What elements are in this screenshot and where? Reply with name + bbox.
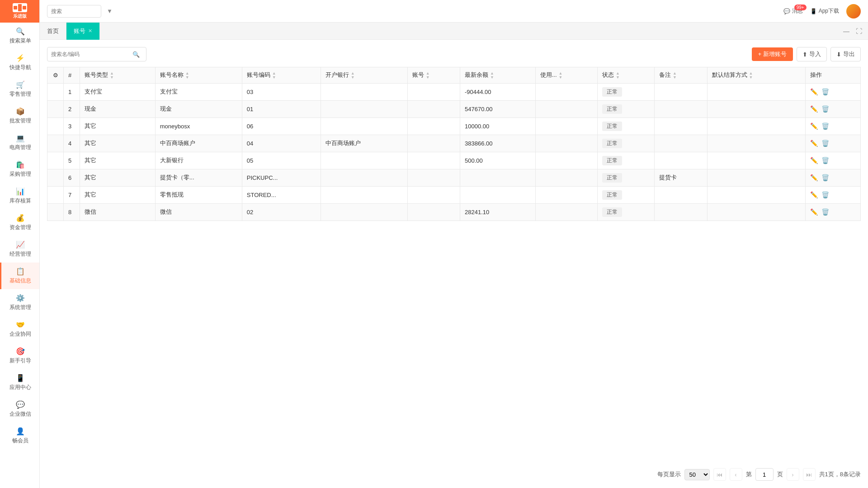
row-default-settlement (707, 186, 805, 203)
tab-close-icon[interactable]: ✕ (88, 28, 92, 34)
next-page-button[interactable]: › (787, 468, 799, 481)
add-account-button[interactable]: + 新增账号 (752, 47, 793, 61)
sidebar-item-quick-nav[interactable]: ⚡ 快捷导航 (0, 49, 39, 76)
main-area: ▼ 💬 消息 99+ 📱 App下载 首页 账号 ✕ — ⛶ (40, 0, 868, 488)
col-account-name[interactable]: 账号名称▲▼ (155, 67, 242, 84)
col-account-code[interactable]: 账号编码▲▼ (242, 67, 321, 84)
user-avatar[interactable] (846, 4, 861, 19)
edit-icon[interactable]: ✏️ (810, 208, 818, 216)
page-number-input[interactable] (755, 468, 774, 481)
dropdown-icon[interactable]: ▼ (107, 8, 113, 14)
delete-icon[interactable]: 🗑️ (821, 208, 829, 216)
col-status[interactable]: 状态▲▼ (598, 67, 655, 84)
sidebar-item-label: 资金管理 (9, 224, 31, 231)
sidebar-item-label: 电商管理 (9, 144, 31, 151)
message-button[interactable]: 💬 消息 99+ (783, 7, 803, 15)
row-usage (535, 83, 597, 100)
sidebar-item-inventory[interactable]: 📊 库存核算 (0, 183, 39, 209)
delete-icon[interactable]: 🗑️ (821, 191, 829, 198)
sidebar-item-ecommerce[interactable]: 💻 电商管理 (0, 129, 39, 156)
edit-icon[interactable]: ✏️ (810, 157, 818, 164)
col-usage[interactable]: 使用...▲▼ (535, 67, 597, 84)
row-index: 3 (64, 117, 80, 135)
sidebar-item-system[interactable]: ⚙️ 系统管理 (0, 289, 39, 316)
col-notes[interactable]: 备注▲▼ (655, 67, 707, 84)
table-header-row: ⚙ # 账号类型▲▼ 账号名称▲▼ 账号编码▲▼ 开户银行▲▼ 账号▲▼ 最新余… (47, 67, 861, 84)
logo-text: 乐进版 (13, 13, 27, 19)
col-account-type[interactable]: 账号类型▲▼ (80, 67, 156, 84)
row-index: 7 (64, 186, 80, 203)
row-bank (321, 117, 407, 135)
row-actions: ✏️ 🗑️ (805, 203, 860, 221)
row-settings-cell (47, 152, 64, 169)
col-default-settlement[interactable]: 默认结算方式▲▼ (707, 67, 805, 84)
tab-actions: — ⛶ (841, 26, 868, 37)
row-notes: 提货卡 (655, 169, 707, 186)
export-button[interactable]: ⬇ 导出 (830, 47, 861, 61)
tab-bar: 首页 账号 ✕ — ⛶ (40, 23, 868, 40)
search-input[interactable] (51, 51, 132, 57)
row-account-name: 支付宝 (155, 83, 242, 100)
search-icon[interactable]: 🔍 (132, 51, 140, 58)
row-account-type: 其它 (80, 135, 156, 152)
page-label: 第 (746, 470, 752, 479)
delete-icon[interactable]: 🗑️ (821, 88, 829, 95)
sidebar-item-finance[interactable]: 💰 资金管理 (0, 209, 39, 236)
top-bar-left: ▼ (47, 5, 113, 18)
sidebar-item-basic-info[interactable]: 📋 基础信息 (0, 263, 39, 289)
sidebar-item-new-guide[interactable]: 🎯 新手引导 (0, 343, 39, 369)
tab-home[interactable]: 首页 (40, 23, 66, 40)
row-notes (655, 117, 707, 135)
delete-icon[interactable]: 🗑️ (821, 105, 829, 113)
col-bank[interactable]: 开户银行▲▼ (321, 67, 407, 84)
row-actions: ✏️ 🗑️ (805, 169, 860, 186)
tab-account[interactable]: 账号 ✕ (66, 23, 100, 40)
row-account-name: 现金 (155, 100, 242, 117)
last-page-button[interactable]: ⏭ (803, 468, 816, 481)
row-index: 6 (64, 169, 80, 186)
sidebar-item-wholesale[interactable]: 📦 批发管理 (0, 103, 39, 129)
edit-icon[interactable]: ✏️ (810, 105, 818, 113)
col-settings[interactable]: ⚙ (47, 67, 64, 84)
prev-page-button[interactable]: ‹ (730, 468, 742, 481)
row-account-code: 02 (242, 203, 321, 221)
tab-account-label: 账号 (74, 27, 85, 35)
row-notes (655, 203, 707, 221)
sidebar-item-operations[interactable]: 📈 经营管理 (0, 236, 39, 263)
sidebar-item-search-menu[interactable]: 🔍 搜索菜单 (0, 23, 39, 49)
page-size-select[interactable]: 50 100 200 (684, 469, 710, 480)
edit-icon[interactable]: ✏️ (810, 191, 818, 198)
sidebar-item-label: 应用中心 (9, 384, 31, 391)
app-center-icon: 📱 (16, 374, 25, 382)
col-actions: 操作 (805, 67, 860, 84)
delete-icon[interactable]: 🗑️ (821, 174, 829, 181)
tab-minimize-button[interactable]: — (841, 26, 852, 37)
sidebar-item-purchase[interactable]: 🛍️ 采购管理 (0, 156, 39, 183)
row-status: 正常 (598, 203, 655, 221)
sidebar-item-enterprise-wechat[interactable]: 💬 企业微信 (0, 396, 39, 422)
edit-icon[interactable]: ✏️ (810, 140, 818, 147)
edit-icon[interactable]: ✏️ (810, 174, 818, 181)
first-page-button[interactable]: ⏮ (713, 468, 726, 481)
top-search-input[interactable] (47, 5, 101, 18)
sidebar-item-retail[interactable]: 🛒 零售管理 (0, 76, 39, 103)
edit-icon[interactable]: ✏️ (810, 122, 818, 130)
delete-icon[interactable]: 🗑️ (821, 157, 829, 164)
table-row: 8 微信 微信 02 28241.10 正常 ✏️ 🗑️ (47, 203, 861, 221)
row-usage (535, 135, 597, 152)
sidebar-item-member[interactable]: 👤 畅会员 (0, 422, 39, 449)
row-account-name: 中百商场账户 (155, 135, 242, 152)
row-actions: ✏️ 🗑️ (805, 135, 860, 152)
delete-icon[interactable]: 🗑️ (821, 122, 829, 130)
col-latest-balance[interactable]: 最新余额▲▼ (460, 67, 536, 84)
app-download-button[interactable]: 📱 App下载 (810, 7, 839, 15)
col-account-no[interactable]: 账号▲▼ (407, 67, 460, 84)
import-button[interactable]: ⬆ 导入 (797, 47, 827, 61)
row-account-type: 其它 (80, 186, 156, 203)
import-icon: ⬆ (802, 51, 807, 58)
delete-icon[interactable]: 🗑️ (821, 140, 829, 147)
tab-maximize-button[interactable]: ⛶ (854, 26, 864, 37)
sidebar-item-app-center[interactable]: 📱 应用中心 (0, 369, 39, 396)
edit-icon[interactable]: ✏️ (810, 88, 818, 95)
sidebar-item-enterprise-agreement[interactable]: 🤝 企业协同 (0, 316, 39, 343)
